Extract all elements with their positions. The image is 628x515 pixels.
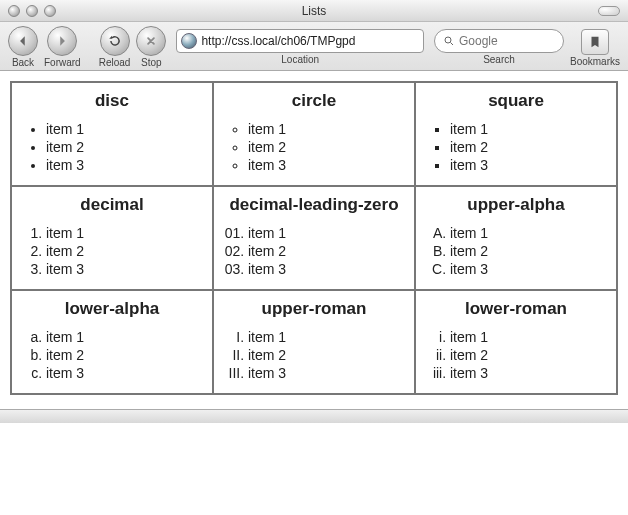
- magnifier-icon: [443, 35, 455, 47]
- list-item: item 3: [450, 365, 610, 381]
- list-item: item 1: [450, 225, 610, 241]
- arrow-left-icon: [16, 34, 30, 48]
- list-item: item 1: [46, 225, 206, 241]
- list-item: item 1: [46, 121, 206, 137]
- arrow-right-icon: [55, 34, 69, 48]
- list-item: item 2: [450, 347, 610, 363]
- list-cell: squareitem 1item 2item 3: [415, 82, 617, 186]
- stop-icon: [144, 34, 158, 48]
- list-cell: decimal-leading-zeroitem 1item 2item 3: [213, 186, 415, 290]
- reload-button[interactable]: [100, 26, 130, 56]
- zoom-window-button[interactable]: [44, 5, 56, 17]
- window-chrome: Lists Back Forward Reload Stop: [0, 0, 628, 71]
- list: item 1item 2item 3: [422, 329, 610, 381]
- cell-title: disc: [18, 91, 206, 111]
- list-item: item 3: [46, 157, 206, 173]
- list-item: item 3: [450, 261, 610, 277]
- list-item: item 1: [248, 329, 408, 345]
- cell-title: decimal-leading-zero: [220, 195, 408, 215]
- list: item 1item 2item 3: [422, 121, 610, 173]
- list: item 1item 2item 3: [18, 225, 206, 277]
- list-item: item 3: [248, 365, 408, 381]
- globe-icon: [181, 33, 197, 49]
- search-input[interactable]: [459, 34, 555, 48]
- stop-button[interactable]: [136, 26, 166, 56]
- bookmarks-label: Bookmarks: [570, 56, 620, 67]
- list-cell: upper-romanitem 1item 2item 3: [213, 290, 415, 394]
- svg-point-0: [445, 37, 451, 43]
- location-label: Location: [281, 54, 319, 65]
- url-input[interactable]: [201, 34, 419, 48]
- cell-title: upper-alpha: [422, 195, 610, 215]
- list: item 1item 2item 3: [422, 225, 610, 277]
- list-item: item 3: [248, 157, 408, 173]
- list-item: item 1: [46, 329, 206, 345]
- list-item: item 1: [450, 121, 610, 137]
- bookmarks-button[interactable]: [581, 29, 609, 55]
- cell-title: decimal: [18, 195, 206, 215]
- list-item: item 3: [450, 157, 610, 173]
- toolbar: Back Forward Reload Stop Loca: [0, 22, 628, 70]
- list-item: item 2: [248, 139, 408, 155]
- traffic-lights: [8, 5, 56, 17]
- list-item: item 1: [248, 121, 408, 137]
- cell-title: square: [422, 91, 610, 111]
- list-item: item 3: [46, 261, 206, 277]
- list-cell: circleitem 1item 2item 3: [213, 82, 415, 186]
- back-label: Back: [12, 57, 34, 68]
- list-item: item 2: [46, 347, 206, 363]
- minimize-window-button[interactable]: [26, 5, 38, 17]
- bookmark-icon: [588, 34, 602, 50]
- list-item: item 2: [46, 139, 206, 155]
- list-style-grid: discitem 1item 2item 3circleitem 1item 2…: [10, 81, 618, 395]
- back-button[interactable]: [8, 26, 38, 56]
- list: item 1item 2item 3: [220, 121, 408, 173]
- forward-label: Forward: [44, 57, 81, 68]
- cell-title: lower-alpha: [18, 299, 206, 319]
- close-window-button[interactable]: [8, 5, 20, 17]
- reload-icon: [108, 34, 122, 48]
- list-cell: upper-alphaitem 1item 2item 3: [415, 186, 617, 290]
- cell-title: upper-roman: [220, 299, 408, 319]
- list: item 1item 2item 3: [18, 329, 206, 381]
- list-item: item 2: [248, 347, 408, 363]
- reload-label: Reload: [99, 57, 131, 68]
- list-item: item 1: [450, 329, 610, 345]
- search-label: Search: [483, 54, 515, 65]
- list-item: item 2: [450, 243, 610, 259]
- status-bar: [0, 409, 628, 423]
- list-cell: discitem 1item 2item 3: [11, 82, 213, 186]
- stop-label: Stop: [141, 57, 162, 68]
- location-field[interactable]: [176, 29, 424, 53]
- cell-title: circle: [220, 91, 408, 111]
- title-bar: Lists: [0, 0, 628, 22]
- list-item: item 2: [46, 243, 206, 259]
- list-item: item 2: [450, 139, 610, 155]
- list-item: item 1: [248, 225, 408, 241]
- list-item: item 3: [248, 261, 408, 277]
- list: item 1item 2item 3: [220, 225, 408, 277]
- list: item 1item 2item 3: [18, 121, 206, 173]
- window-title: Lists: [0, 4, 628, 18]
- cell-title: lower-roman: [422, 299, 610, 319]
- list-cell: decimalitem 1item 2item 3: [11, 186, 213, 290]
- list-cell: lower-romanitem 1item 2item 3: [415, 290, 617, 394]
- list: item 1item 2item 3: [220, 329, 408, 381]
- page-content: discitem 1item 2item 3circleitem 1item 2…: [0, 71, 628, 405]
- list-item: item 2: [248, 243, 408, 259]
- list-cell: lower-alphaitem 1item 2item 3: [11, 290, 213, 394]
- forward-button[interactable]: [47, 26, 77, 56]
- search-field[interactable]: [434, 29, 564, 53]
- list-item: item 3: [46, 365, 206, 381]
- toolbar-toggle-button[interactable]: [598, 6, 620, 16]
